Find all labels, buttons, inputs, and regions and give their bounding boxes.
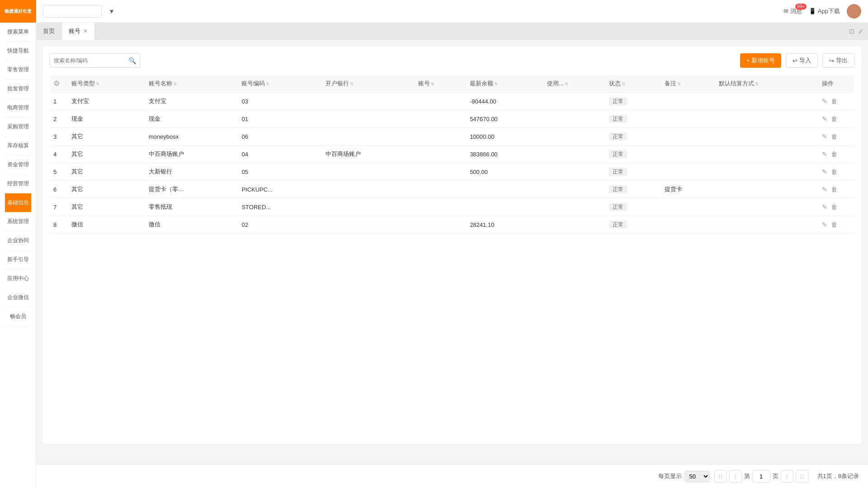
search-icon[interactable]: 🔍: [128, 57, 136, 64]
row-type: 微信: [68, 216, 145, 234]
row-status: 正常: [605, 110, 661, 128]
delete-btn[interactable]: 🗑: [831, 150, 837, 158]
row-type: 其它: [68, 128, 145, 145]
col-balance[interactable]: 最新余额⇅: [466, 75, 543, 93]
col-account-num-label: 账号: [418, 80, 430, 87]
tab-close-btn[interactable]: ✕: [83, 28, 88, 34]
edit-btn[interactable]: ✎: [822, 133, 827, 140]
app-download-btn[interactable]: 📱 App下载: [809, 7, 840, 15]
row-default-settle: [715, 163, 818, 181]
delete-btn[interactable]: 🗑: [831, 133, 837, 140]
table-row: 2 现金 现金 01 547670.00 正常 ✎ 🗑: [50, 110, 854, 128]
top-search-input[interactable]: [43, 5, 102, 18]
page-number-input[interactable]: [752, 470, 770, 483]
row-balance: 547670.00: [466, 110, 543, 128]
row-default-settle: [715, 128, 818, 145]
row-code: 02: [238, 216, 321, 234]
col-default-settle[interactable]: 默认结算方式⇅: [715, 75, 818, 93]
delete-btn[interactable]: 🗑: [831, 98, 837, 105]
row-actions: ✎ 🗑: [818, 110, 854, 128]
user-avatar[interactable]: [847, 4, 861, 19]
edit-btn[interactable]: ✎: [822, 115, 827, 122]
edit-btn[interactable]: ✎: [822, 186, 827, 193]
delete-btn[interactable]: 🗑: [831, 203, 837, 211]
sidebar-item-purchase-manage[interactable]: 采购管理: [5, 117, 31, 136]
page-last-btn[interactable]: ⟩⟩: [796, 470, 808, 483]
page-prev-btn[interactable]: ⟨: [729, 470, 742, 483]
row-no: 8: [50, 216, 68, 234]
sidebar-item-inventory-check[interactable]: 库存核算: [5, 136, 31, 155]
window-restore-icon[interactable]: ⊡: [849, 28, 854, 35]
page-first-btn[interactable]: ⟨⟨: [714, 470, 727, 483]
settings-icon[interactable]: ⚙: [53, 80, 60, 87]
col-account-code[interactable]: 账号编码⇅: [238, 75, 321, 93]
delete-btn[interactable]: 🗑: [831, 168, 837, 175]
sidebar-item-wholesale-manage[interactable]: 批发管理: [5, 80, 31, 99]
app-download-label: App下载: [818, 7, 840, 15]
col-account-num[interactable]: 账号⇅: [415, 75, 466, 93]
import-btn[interactable]: ↩ 导入: [786, 53, 818, 68]
sidebar-item-basic-info[interactable]: 基础信息: [5, 193, 31, 212]
delete-btn[interactable]: 🗑: [831, 115, 837, 122]
search-input[interactable]: [54, 57, 128, 64]
col-settings: ⚙: [50, 75, 68, 93]
row-bank: [322, 216, 415, 234]
edit-btn[interactable]: ✎: [822, 98, 827, 105]
sidebar-item-new-guide[interactable]: 新手引导: [5, 250, 31, 269]
sidebar-item-enterprise-protocol[interactable]: 企业协同: [5, 231, 31, 250]
row-account: [415, 110, 466, 128]
col-use-status[interactable]: 使用...⇅: [543, 75, 606, 93]
edit-btn[interactable]: ✎: [822, 203, 827, 211]
table-row: 6 其它 提货卡（零… PICKUPC... 正常 提货卡 ✎ 🗑: [50, 181, 854, 198]
page-next-btn[interactable]: ⟩: [781, 470, 793, 483]
logo-text: 畅捷通好生意: [5, 9, 32, 14]
sidebar-item-quick-nav[interactable]: 快捷导航: [5, 42, 31, 61]
add-account-btn[interactable]: + 新增账号: [740, 53, 781, 68]
col-action: 操作: [818, 75, 854, 93]
sidebar-item-retail-manage[interactable]: 零售管理: [5, 61, 31, 80]
row-use-status: [543, 216, 606, 234]
sidebar-item-capital-manage[interactable]: 资金管理: [5, 155, 31, 174]
table-row: 8 微信 微信 02 28241.10 正常 ✎ 🗑: [50, 216, 854, 234]
delete-btn[interactable]: 🗑: [831, 186, 837, 193]
row-default-settle: [715, 93, 818, 110]
sidebar-item-system-manage[interactable]: 系统管理: [5, 212, 31, 231]
sidebar-item-ecommerce-manage[interactable]: 电商管理: [5, 99, 31, 117]
row-default-settle: [715, 181, 818, 198]
col-remark[interactable]: 备注⇅: [661, 75, 715, 93]
row-code: 01: [238, 110, 321, 128]
window-maximize-icon[interactable]: ⤢: [858, 28, 863, 35]
tab-home[interactable]: 首页: [36, 23, 62, 40]
row-type: 现金: [68, 110, 145, 128]
delete-btn[interactable]: 🗑: [831, 221, 837, 228]
message-btn[interactable]: ✉ 消息 99+: [783, 7, 802, 15]
col-status[interactable]: 状态⇅: [605, 75, 661, 93]
row-name: 提货卡（零…: [145, 181, 238, 198]
export-btn[interactable]: ↪ 导出: [822, 53, 854, 68]
edit-btn[interactable]: ✎: [822, 221, 827, 228]
sidebar-item-app-center[interactable]: 应用中心: [5, 269, 31, 288]
sidebar-item-search-menu[interactable]: 搜索菜单: [5, 23, 31, 42]
content-inner: 🔍 + 新增账号 ↩ 导入 ↪ 导出: [43, 47, 861, 444]
row-no: 1: [50, 93, 68, 110]
row-bank: [322, 128, 415, 145]
main-area: ▼ ✉ 消息 99+ 📱 App下载 首页 账号 ✕ ⊡ ⤢: [36, 0, 868, 488]
sidebar-item-enterprise-wechat[interactable]: 企业微信: [5, 288, 31, 307]
edit-btn[interactable]: ✎: [822, 150, 827, 158]
row-code: 04: [238, 145, 321, 163]
row-default-settle: [715, 198, 818, 216]
sidebar-item-member[interactable]: 畅会员: [5, 307, 31, 326]
export-icon: ↪: [829, 57, 834, 64]
tab-account[interactable]: 账号 ✕: [62, 23, 95, 40]
sidebar-item-operation-manage[interactable]: 经营管理: [5, 174, 31, 193]
row-actions: ✎ 🗑: [818, 181, 854, 198]
col-remark-label: 备注: [665, 80, 676, 87]
row-use-status: [543, 93, 606, 110]
edit-btn[interactable]: ✎: [822, 168, 827, 175]
col-open-bank[interactable]: 开户银行⇅: [322, 75, 415, 93]
col-open-bank-label: 开户银行: [326, 80, 349, 87]
dropdown-btn[interactable]: ▼: [108, 8, 115, 15]
col-account-type[interactable]: 账号类型⇅: [68, 75, 145, 93]
per-page-select[interactable]: 50 20 100: [684, 471, 710, 482]
col-account-name[interactable]: 账号名称⇅: [145, 75, 238, 93]
